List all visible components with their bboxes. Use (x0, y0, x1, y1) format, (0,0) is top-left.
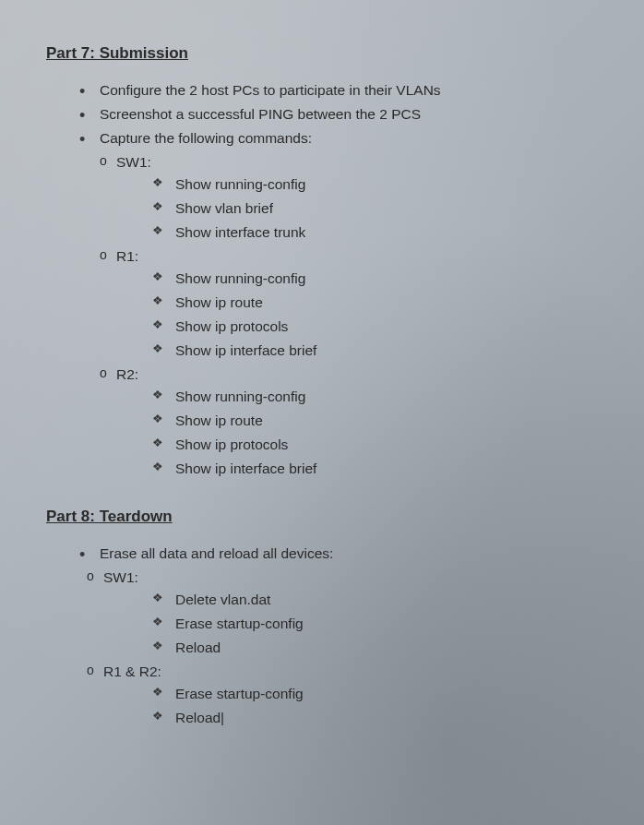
device-label-sw1: SW1: (116, 151, 598, 173)
bullet-item: Configure the 2 host PCs to participate … (100, 79, 598, 102)
part8-heading: Part 8: Teardown (46, 508, 598, 526)
command-list: Show running-config Show ip route Show i… (175, 268, 598, 362)
command-item: Show running-config (175, 268, 598, 290)
command-item: Show ip route (175, 410, 598, 432)
device-label-r1: R1: (116, 245, 598, 268)
device-label-r1r2-teardown: R1 & R2: (103, 661, 598, 683)
command-item: Delete vlan.dat (175, 589, 598, 611)
command-item: Show ip route (175, 292, 598, 314)
device-label-sw1-teardown: SW1: (103, 567, 598, 589)
bullet-item: Screenshot a successful PING between the… (100, 103, 598, 126)
command-item: Show ip interface brief (175, 458, 598, 480)
command-item: Erase startup-config (175, 613, 598, 635)
bullet-item: Capture the following commands: (100, 127, 598, 149)
part8-bullet-list: Erase all data and reload all devices: (100, 543, 598, 565)
device-label-r2: R2: (116, 364, 598, 386)
command-item: Show ip protocols (175, 434, 598, 456)
command-item: Erase startup-config (175, 683, 598, 705)
part7-heading: Part 7: Submission (46, 44, 598, 63)
command-item: Show running-config (175, 173, 598, 196)
command-list: Delete vlan.dat Erase startup-config Rel… (175, 589, 598, 659)
command-list: Show running-config Show ip route Show i… (175, 386, 598, 480)
document-page: Part 7: Submission Configure the 2 host … (46, 44, 598, 729)
part7-bullet-list: Configure the 2 host PCs to participate … (100, 79, 598, 149)
command-item: Show running-config (175, 386, 598, 408)
command-item: Show interface trunk (175, 221, 598, 244)
command-item: Show vlan brief (175, 197, 598, 220)
command-list: Show running-config Show vlan brief Show… (175, 173, 598, 244)
bullet-item: Erase all data and reload all devices: (100, 543, 598, 565)
command-item: Show ip protocols (175, 316, 598, 338)
command-item: Reload (175, 637, 598, 659)
command-item: Show ip interface brief (175, 340, 598, 362)
command-item: Reload| (175, 707, 598, 729)
command-list: Erase startup-config Reload| (175, 683, 598, 729)
